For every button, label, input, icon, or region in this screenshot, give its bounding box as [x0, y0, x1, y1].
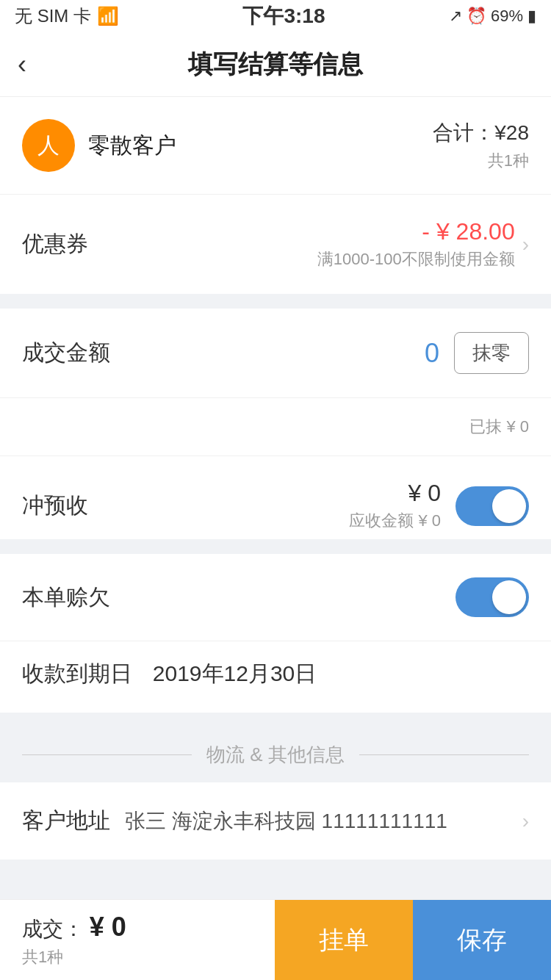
address-value: 张三 海淀永丰科技园 11111111111 — [125, 807, 508, 835]
bottom-count: 共1种 — [22, 946, 253, 968]
coupon-discount: - ¥ 28.00 — [317, 218, 515, 245]
content: 人 零散客户 合计：¥28 共1种 优惠券 - ¥ 28.00 满1000-10… — [0, 97, 551, 962]
customer-total: 合计：¥28 — [433, 119, 529, 147]
debit-row: 本单赊欠 — [0, 554, 551, 641]
bottom-amount: ¥ 0 — [90, 912, 126, 942]
customer-count: 共1种 — [433, 150, 529, 172]
bottom-deal-row: 成交： ¥ 0 — [22, 912, 253, 943]
toggle-knob — [492, 489, 526, 523]
customer-row: 人 零散客户 合计：¥28 共1种 — [0, 97, 551, 194]
save-button[interactable]: 保存 — [413, 900, 551, 981]
avatar: 人 — [22, 119, 75, 172]
debit-toggle[interactable] — [455, 577, 529, 617]
already-rounded-text: 已抹 ¥ 0 — [469, 416, 529, 438]
deal-amount-card: 成交金额 0 抹零 已抹 ¥ 0 冲预收 ¥ 0 应收金额 ¥ 0 — [0, 309, 551, 539]
coupon-row[interactable]: 优惠券 - ¥ 28.00 满1000-100不限制使用金额 › — [0, 194, 551, 294]
coupon-desc: 满1000-100不限制使用金额 — [317, 248, 515, 270]
location-icon: ↗ — [449, 7, 462, 26]
round-button[interactable]: 抹零 — [454, 332, 529, 374]
divider-line-left — [22, 754, 192, 755]
sim-status: 无 SIM 卡 — [15, 4, 91, 28]
customer-card: 人 零散客户 合计：¥28 共1种 优惠券 - ¥ 28.00 满1000-10… — [0, 97, 551, 294]
battery-level: 69% — [491, 7, 523, 26]
status-left: 无 SIM 卡 📶 — [15, 4, 119, 28]
battery-icon: ▮ — [527, 7, 536, 26]
debit-toggle-knob — [492, 580, 526, 614]
address-card: 客户地址 张三 海淀永丰科技园 11111111111 › — [0, 782, 551, 860]
due-date-label: 收款到期日 — [22, 661, 132, 685]
nav-bar: ‹ 填写结算等信息 — [0, 32, 551, 97]
deal-amount-row: 成交金额 0 抹零 — [0, 309, 551, 398]
address-label: 客户地址 — [22, 806, 110, 836]
alarm-icon: ⏰ — [467, 7, 486, 26]
deal-amount-sub-row: 已抹 ¥ 0 — [0, 398, 551, 455]
address-chevron-icon: › — [522, 810, 529, 833]
page-title: 填写结算等信息 — [188, 48, 363, 82]
back-button[interactable]: ‹ — [18, 49, 26, 80]
coupon-label: 优惠券 — [22, 229, 88, 259]
debit-card: 本单赊欠 收款到期日 2019年12月30日 — [0, 554, 551, 713]
bottom-deal-label: 成交： — [22, 918, 84, 940]
deal-amount-label: 成交金额 — [22, 338, 110, 368]
address-row[interactable]: 客户地址 张三 海淀永丰科技园 11111111111 › — [0, 782, 551, 860]
prepayment-row: 冲预收 ¥ 0 应收金额 ¥ 0 — [0, 456, 551, 539]
customer-name: 零散客户 — [88, 131, 176, 161]
bottom-info: 成交： ¥ 0 共1种 — [0, 912, 275, 968]
deal-amount-right: 0 抹零 — [425, 332, 529, 374]
prepayment-label: 冲预收 — [22, 491, 88, 521]
deal-amount-value[interactable]: 0 — [425, 338, 439, 369]
prepayment-toggle[interactable] — [455, 486, 529, 526]
prepayment-right: ¥ 0 应收金额 ¥ 0 — [349, 480, 529, 532]
logistics-divider: 物流 & 其他信息 — [0, 727, 551, 782]
status-right: ↗ ⏰ 69% ▮ — [449, 7, 536, 26]
customer-left: 人 零散客户 — [22, 119, 176, 172]
coupon-right: - ¥ 28.00 满1000-100不限制使用金额 › — [317, 218, 529, 270]
bottom-bar: 成交： ¥ 0 共1种 挂单 保存 — [0, 899, 551, 980]
due-date-value: 2019年12月30日 — [153, 661, 317, 685]
divider-line-right — [359, 754, 529, 755]
coupon-info: - ¥ 28.00 满1000-100不限制使用金额 — [317, 218, 515, 270]
logistics-text: 物流 & 其他信息 — [206, 742, 345, 768]
prepayment-amount: ¥ 0 — [349, 480, 441, 507]
receivable-text: 应收金额 ¥ 0 — [349, 510, 441, 532]
status-bar: 无 SIM 卡 📶 下午3:18 ↗ ⏰ 69% ▮ — [0, 0, 551, 32]
customer-right: 合计：¥28 共1种 — [433, 119, 529, 172]
chevron-right-icon: › — [522, 233, 529, 256]
wifi-icon: 📶 — [97, 6, 119, 26]
status-time: 下午3:18 — [242, 2, 325, 30]
avatar-icon: 人 — [37, 131, 60, 161]
hang-button[interactable]: 挂单 — [275, 900, 413, 981]
debit-label: 本单赊欠 — [22, 583, 110, 613]
